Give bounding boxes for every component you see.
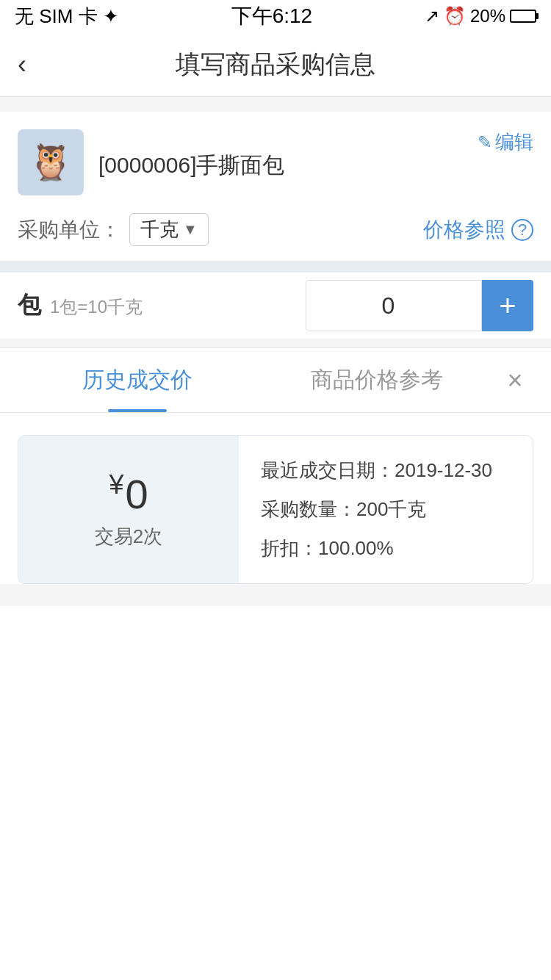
unit-conversion-hint: 1包=10千克 bbox=[50, 295, 143, 319]
unit-row: 采购单位： 千克 ▼ bbox=[18, 213, 209, 246]
quantity-plus-button[interactable]: + bbox=[482, 280, 533, 331]
tabs-row: 历史成交价 商品价格参考 × bbox=[0, 348, 551, 413]
tab-history-price[interactable]: 历史成交价 bbox=[18, 348, 257, 412]
edit-button[interactable]: ✎ 编辑 bbox=[478, 129, 533, 155]
quantity-controls: + bbox=[306, 280, 533, 331]
help-icon: ? bbox=[511, 219, 533, 241]
location-icon: ↗ bbox=[425, 6, 439, 26]
status-time: 下午6:12 bbox=[231, 2, 313, 30]
quantity-input[interactable] bbox=[306, 280, 482, 331]
page-title: 填写商品采购信息 bbox=[176, 48, 375, 82]
price-ref-button[interactable]: 价格参照 ? bbox=[423, 216, 533, 244]
page-background bbox=[0, 606, 551, 980]
price-detail-panel: 最近成交日期：2019-12-30 采购数量：200千克 折扣：100.00% bbox=[239, 436, 533, 583]
product-footer: 采购单位： 千克 ▼ 价格参照 ? bbox=[18, 213, 533, 246]
unit-name: 包 bbox=[18, 289, 41, 322]
section-divider bbox=[0, 261, 551, 273]
edit-icon: ✎ bbox=[478, 132, 492, 153]
status-right: ↗ ⏰ 20% bbox=[425, 6, 536, 26]
unit-label: 采购单位： bbox=[18, 216, 120, 244]
tab-close-button[interactable]: × bbox=[497, 362, 533, 399]
product-logo-icon: 🦉 bbox=[29, 142, 73, 183]
unit-value: 千克 bbox=[140, 217, 179, 242]
tab-active-indicator bbox=[108, 409, 167, 412]
quantity-label: 包 1包=10千克 bbox=[18, 289, 143, 322]
quantity-row: 包 1包=10千克 + bbox=[0, 273, 551, 339]
chevron-down-icon: ▼ bbox=[183, 221, 198, 238]
product-card: 🦉 [0000006]手撕面包 ✎ 编辑 采购单位： 千克 ▼ 价格参照 ? bbox=[0, 112, 551, 261]
product-info: 🦉 [0000006]手撕面包 bbox=[18, 129, 284, 195]
price-ref-label: 价格参照 bbox=[423, 216, 505, 244]
price-summary-panel: ¥0 交易2次 bbox=[18, 436, 239, 583]
status-left: 无 SIM 卡 ✦ bbox=[15, 4, 119, 29]
battery-percent: 20% bbox=[470, 6, 505, 26]
price-amount: ¥0 bbox=[109, 469, 148, 518]
currency-symbol: ¥ bbox=[109, 469, 123, 500]
product-header: 🦉 [0000006]手撕面包 ✎ 编辑 bbox=[18, 129, 533, 195]
status-bar: 无 SIM 卡 ✦ 下午6:12 ↗ ⏰ 20% bbox=[0, 0, 551, 32]
recent-date-row: 最近成交日期：2019-12-30 bbox=[261, 456, 511, 485]
alarm-icon: ⏰ bbox=[444, 6, 466, 26]
transaction-count: 交易2次 bbox=[95, 524, 162, 550]
battery-icon bbox=[510, 10, 536, 23]
tab-price-reference[interactable]: 商品价格参考 bbox=[257, 348, 497, 412]
discount-row: 折扣：100.00% bbox=[261, 534, 511, 563]
product-name: [0000006]手撕面包 bbox=[98, 151, 284, 181]
product-thumbnail: 🦉 bbox=[18, 129, 84, 195]
bottom-panel: 历史成交价 商品价格参考 × ¥0 交易2次 最近成交日期：2019-12-30… bbox=[0, 347, 551, 584]
back-button[interactable]: ‹ bbox=[18, 49, 26, 80]
purchase-qty-row: 采购数量：200千克 bbox=[261, 495, 511, 524]
nav-bar: ‹ 填写商品采购信息 bbox=[0, 32, 551, 97]
unit-select[interactable]: 千克 ▼ bbox=[129, 213, 209, 246]
price-history-card: ¥0 交易2次 最近成交日期：2019-12-30 采购数量：200千克 折扣：… bbox=[18, 435, 533, 584]
